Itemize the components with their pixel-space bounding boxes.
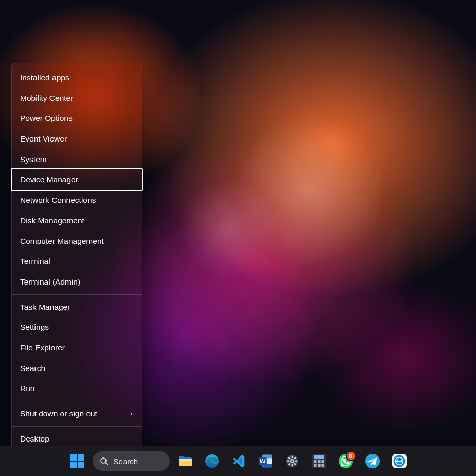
svg-rect-18 [287, 461, 289, 462]
winx-item-power-options[interactable]: Power Options [12, 108, 142, 129]
taskbar-settings[interactable] [281, 450, 304, 472]
svg-rect-1 [78, 454, 84, 461]
winx-item-label: File Explorer [20, 342, 65, 354]
taskbar-telegram[interactable] [361, 450, 384, 472]
winx-item-file-explorer[interactable]: File Explorer [12, 338, 142, 358]
menu-separator [12, 401, 142, 401]
svg-rect-29 [321, 460, 324, 463]
svg-rect-16 [291, 456, 293, 458]
svg-point-35 [365, 454, 380, 468]
taskbar-calculator[interactable] [308, 450, 330, 472]
svg-rect-32 [321, 464, 324, 467]
winx-item-event-viewer[interactable]: Event Viewer [12, 129, 142, 149]
winx-item-label: Power Options [20, 113, 73, 124]
vscode-icon [231, 453, 246, 469]
svg-rect-0 [70, 454, 77, 461]
winx-item-label: Mobility Center [20, 93, 73, 104]
file-explorer-icon [177, 453, 193, 469]
winx-item-label: Desktop [20, 433, 49, 445]
svg-rect-19 [295, 461, 297, 462]
taskbar-word[interactable]: W [254, 450, 277, 472]
winx-item-device-manager[interactable]: Device Manager [12, 169, 142, 190]
gear-icon [285, 453, 300, 469]
start-button[interactable] [66, 450, 89, 472]
taskbar-teamviewer[interactable] [388, 450, 411, 472]
telegram-icon [364, 453, 381, 469]
winx-item-search[interactable]: Search [12, 358, 142, 379]
menu-separator [12, 294, 142, 295]
winx-item-installed-apps[interactable]: Installed apps [12, 67, 142, 88]
winx-item-label: Disk Management [20, 215, 84, 226]
svg-point-4 [101, 458, 106, 463]
winx-item-settings[interactable]: Settings [12, 317, 142, 338]
winx-item-terminal-admin[interactable]: Terminal (Admin) [12, 272, 142, 292]
winx-item-shut-down-or-sign-out[interactable]: Shut down or sign out› [12, 403, 142, 424]
svg-point-24 [291, 460, 293, 462]
winx-item-run[interactable]: Run [12, 378, 142, 399]
taskbar-search[interactable]: Search [93, 451, 170, 471]
svg-text:W: W [260, 458, 266, 464]
taskbar: Search [0, 446, 476, 476]
menu-separator [12, 426, 142, 427]
winx-item-mobility-center[interactable]: Mobility Center [12, 88, 142, 109]
winx-item-label: Search [20, 363, 45, 374]
winx-item-network-connections[interactable]: Network Connections [12, 190, 142, 210]
svg-rect-17 [291, 464, 293, 466]
winx-item-task-manager[interactable]: Task Manager [12, 297, 142, 318]
winx-item-label: Shut down or sign out [20, 408, 97, 419]
taskbar-whatsapp[interactable]: 8 [334, 450, 357, 472]
word-icon: W [258, 453, 273, 469]
taskbar-edge[interactable] [201, 450, 223, 472]
calculator-icon [312, 453, 326, 469]
search-icon [100, 457, 109, 466]
whatsapp-badge: 8 [346, 451, 356, 461]
winx-item-label: Device Manager [20, 174, 78, 185]
winx-item-label: Event Viewer [20, 133, 67, 145]
winx-item-label: Settings [20, 322, 49, 333]
svg-rect-31 [318, 464, 321, 467]
winx-item-label: Terminal (Admin) [20, 276, 80, 288]
winx-item-system[interactable]: System [12, 149, 142, 170]
svg-rect-7 [179, 459, 192, 461]
winx-item-terminal[interactable]: Terminal [12, 251, 142, 272]
winx-item-label: Run [20, 383, 34, 394]
winx-item-label: Task Manager [20, 302, 70, 313]
winx-item-computer-management[interactable]: Computer Management [12, 231, 142, 252]
winx-item-label: Terminal [20, 256, 50, 267]
svg-rect-26 [314, 455, 324, 459]
svg-rect-2 [70, 462, 77, 468]
svg-rect-30 [314, 464, 317, 467]
winx-context-menu: Installed appsMobility CenterPower Optio… [11, 63, 142, 453]
chevron-right-icon: › [130, 409, 133, 418]
winx-item-label: Computer Management [20, 236, 104, 247]
windows-logo-icon [70, 454, 84, 468]
svg-line-5 [105, 462, 107, 464]
taskbar-search-label: Search [114, 457, 138, 466]
taskbar-vscode[interactable] [227, 450, 250, 472]
winx-item-label: System [20, 154, 47, 165]
svg-rect-3 [78, 462, 84, 468]
winx-item-label: Installed apps [20, 72, 69, 83]
teamviewer-icon [391, 453, 408, 469]
svg-rect-28 [318, 460, 321, 463]
winx-item-disk-management[interactable]: Disk Management [12, 210, 142, 231]
svg-rect-27 [314, 460, 317, 463]
winx-item-label: Network Connections [20, 195, 96, 206]
edge-icon [204, 453, 220, 469]
taskbar-file-explorer[interactable] [174, 450, 197, 472]
